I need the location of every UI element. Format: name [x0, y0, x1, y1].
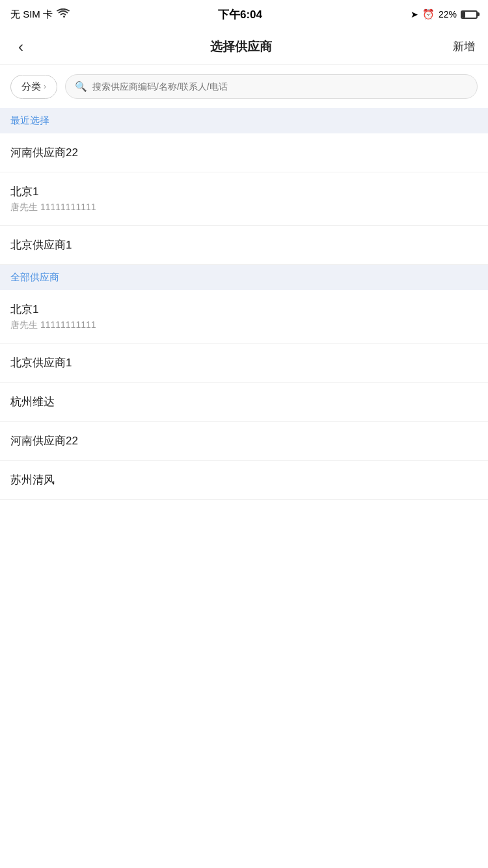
item-sub: 唐先生 11111111111 — [10, 319, 478, 331]
search-box[interactable]: 🔍 — [65, 74, 478, 99]
status-left: 无 SIM 卡 — [10, 8, 70, 21]
all-list: 北京1唐先生 11111111111北京供应商1杭州维达河南供应商22苏州清风 — [0, 290, 488, 500]
alarm-icon: ⏰ — [422, 8, 435, 20]
list-item[interactable]: 北京1唐先生 11111111111 — [0, 290, 488, 344]
status-bar: 无 SIM 卡 下午6:04 ➤ ⏰ 22% — [0, 0, 488, 29]
category-label: 分类 — [21, 81, 41, 93]
nav-bar: ‹ 选择供应商 新增 — [0, 29, 488, 65]
status-time: 下午6:04 — [218, 7, 262, 22]
no-sim-label: 无 SIM 卡 — [10, 8, 53, 21]
status-right: ➤ ⏰ 22% — [411, 8, 478, 20]
list-item[interactable]: 北京1唐先生 11111111111 — [0, 172, 488, 226]
all-section-header: 全部供应商 — [0, 265, 488, 290]
item-name: 北京1 — [10, 184, 478, 199]
back-button[interactable]: ‹ — [13, 33, 29, 61]
add-button[interactable]: 新增 — [453, 39, 475, 54]
wifi-icon — [57, 8, 70, 20]
battery-icon — [461, 10, 478, 19]
item-name: 河南供应商22 — [10, 145, 478, 160]
item-name: 杭州维达 — [10, 394, 478, 409]
search-icon: 🔍 — [75, 81, 87, 92]
item-name: 北京1 — [10, 302, 478, 317]
item-name: 苏州清风 — [10, 472, 478, 487]
battery-fill — [462, 12, 465, 18]
search-input[interactable] — [92, 81, 468, 92]
location-icon: ➤ — [411, 9, 418, 20]
filter-bar: 分类 › 🔍 — [0, 65, 488, 108]
category-button[interactable]: 分类 › — [10, 75, 57, 99]
recent-list: 河南供应商22北京1唐先生 11111111111北京供应商1 — [0, 133, 488, 265]
item-name: 北京供应商1 — [10, 237, 478, 252]
list-item[interactable]: 苏州清风 — [0, 461, 488, 500]
list-item[interactable]: 河南供应商22 — [0, 422, 488, 461]
chevron-right-icon: › — [44, 82, 46, 91]
item-name: 河南供应商22 — [10, 433, 478, 448]
list-item[interactable]: 北京供应商1 — [0, 226, 488, 265]
item-sub: 唐先生 11111111111 — [10, 202, 478, 213]
item-name: 北京供应商1 — [10, 355, 478, 370]
recent-section-header: 最近选择 — [0, 108, 488, 133]
page-title: 选择供应商 — [210, 38, 272, 55]
list-item[interactable]: 河南供应商22 — [0, 133, 488, 172]
list-item[interactable]: 北京供应商1 — [0, 344, 488, 383]
list-item[interactable]: 杭州维达 — [0, 383, 488, 422]
battery-percent: 22% — [439, 9, 457, 20]
